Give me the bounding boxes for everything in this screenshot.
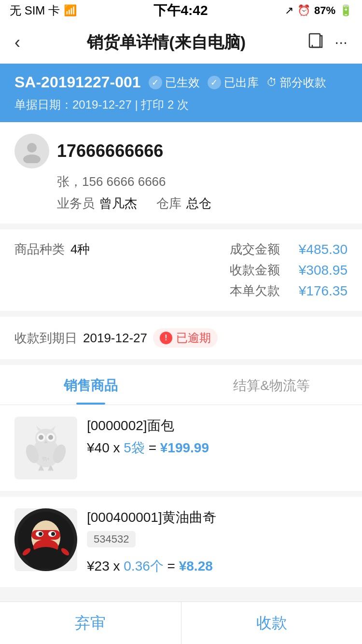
customer-staff: 业务员 曾凡杰 仓库 总仓	[14, 195, 348, 212]
svg-rect-0	[309, 34, 320, 47]
overdue-icon: !	[160, 332, 172, 344]
product-qty-bread: 5袋	[124, 440, 145, 455]
staff-value: 曾凡杰	[99, 195, 137, 212]
product-price-cookies: ¥23 x 0.36个 = ¥8.28	[87, 557, 348, 575]
battery-text: 87%	[314, 4, 335, 17]
svg-rect-17	[31, 530, 60, 540]
warehouse-label: 仓库	[156, 195, 181, 212]
avatar	[14, 134, 49, 168]
deal-value: ¥485.30	[290, 242, 348, 257]
warehouse-value: 总仓	[186, 195, 211, 212]
type-count: 4种	[70, 241, 90, 258]
svg-point-1	[27, 143, 37, 153]
battery-icon: 🔋	[339, 4, 352, 17]
status-bar: 无 SIM 卡 📶 下午4:42 ↗ ⏰ 87% 🔋	[0, 0, 362, 21]
stats-right: 成交金额 ¥485.30 收款金额 ¥308.95 本单欠款 ¥176.35	[230, 241, 348, 299]
warehouse-item: 仓库 总仓	[156, 195, 211, 212]
customer-phone: 17666666666	[57, 141, 163, 161]
product-total-cookies: ¥8.28	[179, 559, 213, 574]
svg-marker-11	[51, 426, 56, 431]
svg-text:鸮+: 鸮+	[42, 456, 50, 462]
due-label: 收款到期日	[14, 330, 77, 347]
nav-bar: ‹ 销货单详情(来自电脑) ···	[0, 21, 362, 64]
tab-settlement[interactable]: 结算&物流等	[181, 365, 362, 405]
carrier-text: 无 SIM 卡	[10, 3, 60, 18]
product-name-bread: [0000002]面包	[87, 417, 348, 435]
alarm-icon: ⏰	[297, 4, 310, 17]
status-time: 下午4:42	[153, 1, 208, 20]
abandon-audit-button[interactable]: 弃审	[0, 602, 181, 644]
debt-value: ¥176.35	[290, 283, 348, 299]
badge-activated: ✓ 已生效	[149, 75, 200, 90]
svg-marker-10	[36, 426, 41, 431]
staff-label: 业务员	[57, 195, 95, 212]
order-banner: SA-20191227-001 ✓ 已生效 ✓ 已出库 ⏱ 部分收款 单据日期：…	[0, 64, 362, 122]
product-tag-cookies: 534532	[87, 531, 348, 552]
customer-name-phone: 张，156 6666 6666	[14, 173, 348, 190]
product-name-cookies: [000400001]黄油曲奇	[87, 508, 348, 527]
order-meta: 单据日期：2019-12-27 | 打印 2 次	[14, 97, 348, 112]
product-price-bread: ¥40 x 5袋 = ¥199.99	[87, 439, 348, 457]
debt-row: 本单欠款 ¥176.35	[230, 282, 348, 299]
product-info-bread: [0000002]面包 ¥40 x 5袋 = ¥199.99	[87, 417, 348, 457]
receipt-label: 收款金额	[230, 262, 280, 279]
share-button[interactable]	[307, 32, 325, 53]
status-left: 无 SIM 卡 📶	[10, 3, 77, 18]
svg-point-2	[23, 154, 41, 163]
receipt-row: 收款金额 ¥308.95	[230, 262, 348, 279]
status-right: ↗ ⏰ 87% 🔋	[285, 4, 352, 17]
badge-partial-payment: ⏱ 部分收款	[266, 75, 326, 90]
bottom-bar: 弃审 收款	[0, 602, 362, 644]
order-banner-top: SA-20191227-001 ✓ 已生效 ✓ 已出库 ⏱ 部分收款	[14, 73, 348, 91]
nav-actions: ···	[307, 32, 348, 53]
collect-payment-button[interactable]: 收款	[181, 602, 362, 644]
deal-row: 成交金额 ¥485.30	[230, 241, 348, 258]
overdue-badge: ! 已逾期	[153, 328, 218, 348]
svg-point-8	[48, 435, 53, 440]
receipt-value: ¥308.95	[290, 263, 348, 278]
due-date: 2019-12-27	[83, 331, 147, 346]
product-qty-cookies: 0.36个	[124, 559, 164, 574]
back-button[interactable]: ‹	[14, 28, 25, 57]
stats-left: 商品种类 4种	[14, 241, 90, 258]
debt-label: 本单欠款	[230, 282, 280, 299]
tabs: 销售商品 结算&物流等	[0, 365, 362, 405]
check-icon-2: ✓	[208, 76, 221, 89]
wifi-icon: 📶	[64, 4, 77, 17]
staff-item: 业务员 曾凡杰	[57, 195, 137, 212]
order-id: SA-20191227-001	[14, 73, 141, 91]
tab-sales-products[interactable]: 销售商品	[0, 365, 181, 405]
product-info-cookies: [000400001]黄油曲奇 534532 ¥23 x 0.36个 = ¥8.…	[87, 508, 348, 575]
product-image-bread: 鸮+	[14, 417, 77, 479]
badge-shipped: ✓ 已出库	[208, 75, 259, 90]
product-list: 鸮+ [0000002]面包 ¥40 x 5袋 = ¥199.99	[0, 405, 362, 587]
list-item: [000400001]黄油曲奇 534532 ¥23 x 0.36个 = ¥8.…	[0, 497, 362, 587]
location-icon: ↗	[285, 4, 293, 17]
svg-point-21	[51, 532, 55, 536]
clock-icon: ⏱	[266, 76, 277, 89]
customer-section: 17666666666 张，156 6666 6666 业务员 曾凡杰 仓库 总…	[0, 122, 362, 224]
product-image-cookies	[14, 508, 77, 571]
more-button[interactable]: ···	[334, 33, 348, 51]
deal-label: 成交金额	[230, 241, 280, 258]
type-label: 商品种类	[14, 241, 65, 258]
list-item: 鸮+ [0000002]面包 ¥40 x 5袋 = ¥199.99	[0, 405, 362, 491]
stats-section: 商品种类 4种 成交金额 ¥485.30 收款金额 ¥308.95 本单欠款 ¥…	[0, 229, 362, 311]
svg-point-7	[39, 435, 43, 440]
check-icon-1: ✓	[149, 76, 162, 89]
page-title: 销货单详情(来自电脑)	[25, 31, 307, 54]
product-total-bread: ¥199.99	[160, 440, 209, 455]
ninja-avatar	[14, 508, 77, 571]
customer-top: 17666666666	[14, 134, 348, 168]
due-section: 收款到期日 2019-12-27 ! 已逾期	[0, 317, 362, 359]
svg-point-20	[39, 532, 42, 536]
overdue-text: 已逾期	[176, 330, 211, 346]
